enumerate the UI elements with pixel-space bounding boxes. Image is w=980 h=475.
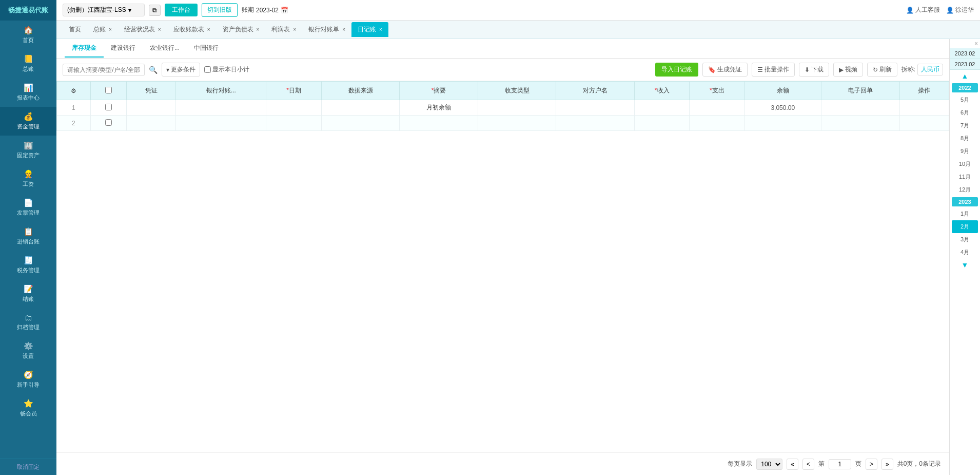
row-balance (744, 116, 821, 131)
sidebar-item-ledger[interactable]: 📒 总账 (0, 49, 56, 78)
select-all-checkbox[interactable] (105, 87, 112, 93)
sidebar-item-tax[interactable]: 🧾 税务管理 (0, 251, 56, 279)
row-e-receipt (821, 100, 900, 116)
row-num: 1 (57, 100, 91, 116)
sidebar-item-invoice[interactable]: 📄 发票管理 (0, 193, 56, 222)
calendar-icon[interactable]: 📅 (281, 7, 288, 14)
salary-icon: 👷 (24, 169, 33, 179)
sidebar-item-reports[interactable]: 📊 报表中心 (0, 78, 56, 107)
import-journal-button[interactable]: 导入日记账 (655, 63, 698, 77)
close-tab-bank[interactable]: × (342, 27, 345, 32)
video-button[interactable]: ▶ 视频 (833, 63, 863, 77)
tab-profit[interactable]: 利润表 × (265, 22, 302, 37)
video-icon: ▶ (839, 66, 844, 73)
pin-toggle[interactable]: 取消固定 (0, 459, 56, 475)
tab-balance-sheet[interactable]: 资产负债表 × (217, 22, 266, 37)
sidebar-item-archive[interactable]: 🗂 归档管理 (0, 308, 56, 336)
close-tab-journal[interactable]: × (379, 27, 382, 32)
month-item-11[interactable]: 11月 (950, 170, 980, 183)
journal-table-wrap: ⚙ 凭证 银行对账... *日期 数据来源 *摘要 收支类型 对方户名 *收入 … (56, 81, 949, 452)
next-page-button[interactable]: > (866, 459, 877, 470)
close-tab-profit[interactable]: × (293, 27, 296, 32)
month-item-9[interactable]: 9月 (950, 145, 980, 158)
col-check[interactable] (90, 82, 126, 100)
tab-business[interactable]: 经营状况表 × (118, 22, 167, 37)
col-expense: *支出 (690, 82, 744, 100)
prev-page-button[interactable]: < (802, 459, 814, 470)
user-service-btn[interactable]: 👤 人工客服 (906, 6, 940, 14)
col-summary: *摘要 (400, 82, 478, 100)
sidebar-item-settings[interactable]: ⚙️ 设置 (0, 336, 56, 365)
table-row: 2 (57, 116, 949, 131)
tab-home[interactable]: 首页 (63, 22, 87, 37)
date-panel-close[interactable]: × (950, 39, 980, 48)
user-profile[interactable]: 👤 徐运华 (946, 6, 974, 14)
row-balance: 3,050.00 (744, 100, 821, 116)
page-input[interactable] (829, 459, 851, 469)
row-source (321, 100, 400, 116)
journal-table: ⚙ 凭证 银行对账... *日期 数据来源 *摘要 收支类型 对方户名 *收入 … (56, 81, 949, 131)
workbench-button[interactable]: 工作台 (165, 4, 198, 16)
generate-voucher-button[interactable]: 🔖 生成凭证 (702, 63, 748, 77)
search-input[interactable] (63, 64, 145, 76)
month-item-4[interactable]: 4月 (950, 246, 980, 259)
bank-tab-cash[interactable]: 库存现金 (65, 40, 104, 58)
bank-tab-abc[interactable]: 农业银行... (143, 40, 187, 58)
sidebar-item-member[interactable]: ⭐ 畅会员 (0, 394, 56, 423)
col-settings[interactable]: ⚙ (57, 82, 91, 100)
month-item-6[interactable]: 6月 (950, 106, 980, 119)
month-item-5[interactable]: 5月 (950, 93, 980, 106)
row-income (635, 100, 690, 116)
sidebar-item-label: 发票管理 (17, 209, 40, 217)
month-item-12[interactable]: 12月 (950, 183, 980, 196)
sidebar-item-guide[interactable]: 🧭 新手引导 (0, 365, 56, 394)
sidebar-item-close[interactable]: 📝 结账 (0, 279, 56, 308)
sidebar-item-label: 税务管理 (17, 267, 40, 274)
topbar: (勿删）江西甜宝-LSS ▾ ⧉ 工作台 切到旧版 账期 2023-02 📅 👤… (56, 0, 980, 21)
batch-op-button[interactable]: ☰ 批量操作 (752, 63, 795, 77)
sidebar-item-home[interactable]: 🏠 首页 (0, 21, 56, 49)
close-tab-ledger[interactable]: × (109, 27, 112, 32)
show-daily-toggle[interactable]: 显示本日小计 (204, 65, 249, 74)
date-nav-up[interactable]: ▲ (950, 70, 980, 82)
close-tab-receivable[interactable]: × (207, 27, 210, 32)
tab-bank-statement[interactable]: 银行对账单 × (302, 22, 351, 37)
per-page-select[interactable]: 100 (756, 459, 782, 470)
month-item-1[interactable]: 1月 (950, 207, 980, 220)
filter-button[interactable]: ▾ 更多条件 (162, 63, 200, 77)
sidebar-item-salary[interactable]: 👷 工资 (0, 164, 56, 193)
sidebar-item-sales[interactable]: 📋 进销台账 (0, 222, 56, 251)
refresh-icon: ↻ (873, 66, 878, 73)
month-item-10[interactable]: 10月 (950, 158, 980, 170)
period-label: 账期 2023-02 📅 (242, 6, 288, 14)
close-tab-business[interactable]: × (158, 27, 161, 32)
row-check[interactable] (90, 116, 126, 131)
sidebar-item-label: 新手引导 (17, 381, 40, 389)
currency-selector[interactable]: 人民币 (917, 64, 943, 75)
close-tab-balance-sheet[interactable]: × (257, 27, 260, 32)
month-item-3[interactable]: 3月 (950, 233, 980, 246)
table-row: 1 月初余额 3,050.00 (57, 100, 949, 116)
first-page-button[interactable]: « (787, 459, 798, 470)
tab-journal[interactable]: 日记账 × (351, 22, 388, 37)
tab-receivable[interactable]: 应收账款表 × (167, 22, 217, 37)
row-counterpart (556, 116, 635, 131)
sidebar-item-finance[interactable]: 💰 资金管理 (0, 107, 56, 136)
refresh-button[interactable]: ↻ 刷新 (867, 63, 897, 77)
download-button[interactable]: ⬇ 下载 (799, 63, 829, 77)
copy-button[interactable]: ⧉ (149, 5, 161, 16)
company-selector[interactable]: (勿删）江西甜宝-LSS ▾ (63, 4, 145, 16)
month-item-7[interactable]: 7月 (950, 119, 980, 132)
sidebar-item-assets[interactable]: 🏢 固定资产 (0, 136, 56, 164)
last-page-button[interactable]: » (881, 459, 893, 470)
tab-ledger[interactable]: 总账 × (87, 22, 118, 37)
month-item-8[interactable]: 8月 (950, 132, 980, 145)
bank-tab-boc[interactable]: 中国银行 (187, 40, 226, 58)
show-daily-checkbox[interactable] (204, 66, 211, 73)
month-item-2-active[interactable]: 2月 (952, 220, 978, 233)
search-button[interactable]: 🔍 (149, 66, 158, 74)
bank-tab-ccb[interactable]: 建设银行 (104, 40, 143, 58)
row-check[interactable] (90, 100, 126, 116)
switch-version-button[interactable]: 切到旧版 (202, 3, 238, 17)
date-nav-down[interactable]: ▼ (950, 259, 980, 271)
